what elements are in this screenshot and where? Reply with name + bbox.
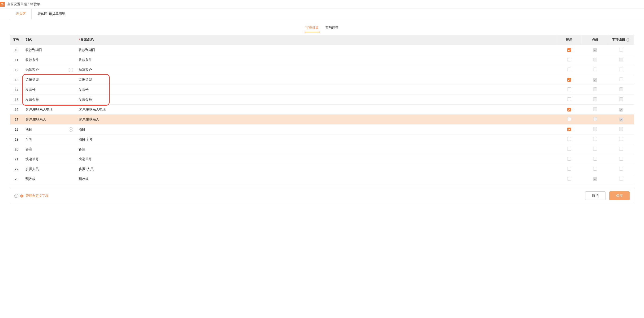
cell-readonly xyxy=(608,114,634,124)
field-name-text: 项目 xyxy=(26,127,32,131)
cell-display-name[interactable]: 收款到期日 xyxy=(76,45,556,55)
required-star-icon: * xyxy=(79,38,80,42)
checkbox-readonly[interactable] xyxy=(619,137,623,141)
cell-seq: 14 xyxy=(10,85,23,95)
checkbox-readonly[interactable] xyxy=(619,147,623,151)
main-tabs: 表头区表体区-销货单明细 xyxy=(0,9,644,19)
cell-required xyxy=(582,55,608,65)
col-header-display-name-text: 显示名称 xyxy=(80,38,94,42)
cell-readonly xyxy=(608,174,634,184)
sub-tab-0[interactable]: 字段设置 xyxy=(304,24,320,32)
checkbox-show[interactable] xyxy=(567,108,571,112)
checkbox-show[interactable] xyxy=(567,88,571,91)
field-name-text: 发票号 xyxy=(26,88,36,92)
cell-display-name[interactable]: 项目.车号 xyxy=(76,134,556,144)
checkbox-show[interactable] xyxy=(567,68,571,71)
checkbox-readonly[interactable] xyxy=(619,167,623,170)
cell-display-name[interactable]: 客户.主联系人 xyxy=(76,114,556,124)
checkbox-readonly xyxy=(619,58,623,62)
cell-name: 客户.主联系人 xyxy=(23,114,76,124)
sub-tabs: 字段设置布局调整 xyxy=(0,24,644,32)
field-name-text: 客户.主联系人 xyxy=(26,118,46,121)
col-header-show: 显示 xyxy=(556,35,582,45)
cell-display-name[interactable]: 快递单号 xyxy=(76,154,556,164)
cell-display-name[interactable]: 客户.主联系人电话 xyxy=(76,105,556,114)
table-row: 12结算客户+结算客户 xyxy=(10,65,634,75)
cell-name: 步骤人员 xyxy=(23,164,76,174)
field-settings-table: 序号 列名 *显示名称 显示 必录 不可编辑 ? 10收款到期日收款到期日11收… xyxy=(10,35,634,184)
checkbox-required[interactable] xyxy=(593,167,597,170)
checkbox-readonly[interactable] xyxy=(619,157,623,161)
cell-required xyxy=(582,164,608,174)
checkbox-show[interactable] xyxy=(567,117,571,121)
plus-icon[interactable]: + xyxy=(69,127,73,132)
checkbox-show[interactable] xyxy=(567,157,571,161)
plus-icon[interactable]: + xyxy=(69,68,73,72)
checkbox-show[interactable] xyxy=(567,48,571,52)
gear-icon xyxy=(20,194,24,198)
checkbox-show[interactable] xyxy=(567,147,571,151)
manage-custom-fields-link[interactable]: 管理自定义字段 xyxy=(26,194,49,198)
question-icon[interactable]: ? xyxy=(14,194,18,198)
col-header-name: 列名 xyxy=(23,35,76,45)
checkbox-show[interactable] xyxy=(567,78,571,82)
cell-readonly xyxy=(608,55,634,65)
checkbox-readonly[interactable] xyxy=(619,48,623,52)
field-name-text: 客户.主联系人电话 xyxy=(26,108,53,111)
checkbox-required[interactable] xyxy=(593,157,597,161)
checkbox-show[interactable] xyxy=(567,177,571,180)
checkbox-required[interactable] xyxy=(593,137,597,141)
cell-display-name[interactable]: 项目 xyxy=(76,124,556,134)
table-row: 22步骤人员步骤1人员 xyxy=(10,164,634,174)
checkbox-required[interactable] xyxy=(593,68,597,71)
cell-name: 项目+ xyxy=(23,124,76,134)
checkbox-required xyxy=(593,127,597,131)
field-name-text: 快递单号 xyxy=(26,157,39,161)
cell-required xyxy=(582,174,608,184)
cell-required xyxy=(582,144,608,154)
save-button[interactable]: 保存 xyxy=(609,191,630,200)
cancel-button[interactable]: 取消 xyxy=(585,191,606,200)
footer-bar: ? 管理自定义字段 取消 保存 xyxy=(10,188,634,204)
cell-show xyxy=(556,134,582,144)
checkbox-show[interactable] xyxy=(567,97,571,101)
cell-seq: 19 xyxy=(10,134,23,144)
checkbox-required xyxy=(593,97,597,101)
cell-seq: 15 xyxy=(10,95,23,105)
checkbox-readonly[interactable] xyxy=(619,78,623,81)
cell-readonly xyxy=(608,134,634,144)
checkbox-required[interactable] xyxy=(593,147,597,151)
cell-display-name[interactable]: 收款条件 xyxy=(76,55,556,65)
cell-readonly xyxy=(608,124,634,134)
cell-display-name[interactable]: 步骤1人员 xyxy=(76,164,556,174)
checkbox-show[interactable] xyxy=(567,128,571,131)
cell-seq: 23 xyxy=(10,174,23,184)
cell-display-name[interactable]: 发票号 xyxy=(76,85,556,95)
field-name-text: 收款条件 xyxy=(26,58,39,62)
cell-display-name[interactable]: 结算客户 xyxy=(76,65,556,75)
cell-required xyxy=(582,45,608,55)
checkbox-readonly xyxy=(619,127,623,131)
cell-display-name[interactable]: 票据类型 xyxy=(76,75,556,85)
cell-name: 发票号 xyxy=(23,85,76,95)
field-name-text: 票据类型 xyxy=(26,78,39,82)
cell-name: 车号 xyxy=(23,134,76,144)
checkbox-readonly[interactable] xyxy=(619,177,623,180)
cell-display-name[interactable]: 备注 xyxy=(76,144,556,154)
checkbox-show[interactable] xyxy=(567,137,571,141)
tab-1[interactable]: 表体区-销货单明细 xyxy=(32,9,71,19)
cell-display-name[interactable]: 预收款 xyxy=(76,174,556,184)
expand-sidebar-button[interactable] xyxy=(0,2,5,6)
help-icon[interactable]: ? xyxy=(626,38,630,42)
cell-show xyxy=(556,95,582,105)
checkbox-show[interactable] xyxy=(567,167,571,170)
checkbox-readonly[interactable] xyxy=(619,68,623,71)
cell-show xyxy=(556,114,582,124)
sub-tab-1[interactable]: 布局调整 xyxy=(324,24,340,32)
cell-show xyxy=(556,45,582,55)
checkbox-show[interactable] xyxy=(567,58,571,62)
tab-0[interactable]: 表头区 xyxy=(10,9,32,19)
col-header-readonly-text: 不可编辑 xyxy=(612,38,625,42)
cell-seq: 16 xyxy=(10,105,23,114)
cell-display-name[interactable]: 发票金额 xyxy=(76,95,556,105)
